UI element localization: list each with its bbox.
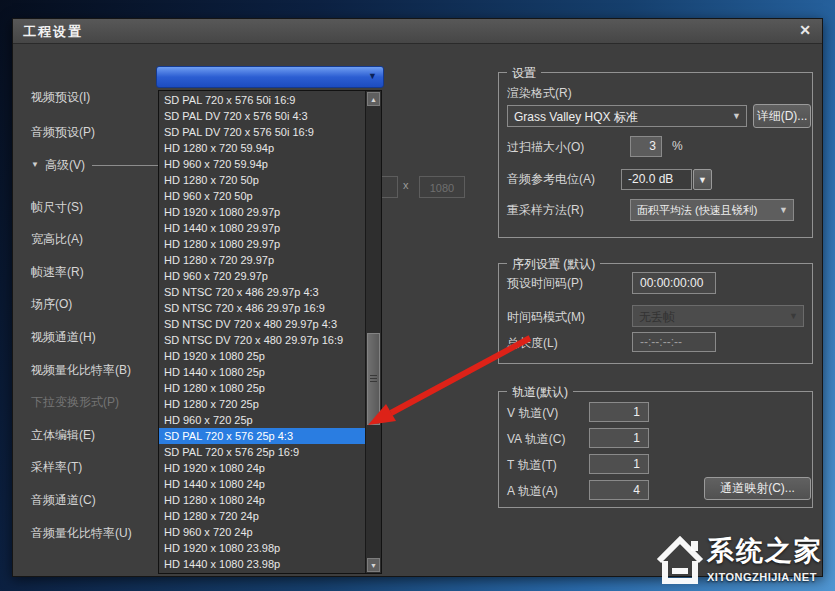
sidebar-item-label: 帧尺寸(S) [31,198,83,216]
track-count-input[interactable]: 1 [589,402,649,422]
sidebar-item: ▼ 立体编辑(E) [31,426,171,444]
preset-option[interactable]: SD PAL 720 x 576 25p 4:3 [159,428,366,444]
preset-option[interactable]: SD NTSC DV 720 x 480 29.97p 4:3 [159,316,366,332]
preset-option[interactable]: HD 1280 x 1080 29.97p [159,236,366,252]
preset-option[interactable]: SD NTSC 720 x 486 29.97p 4:3 [159,284,366,300]
close-icon[interactable]: ✕ [799,22,811,38]
preset-option[interactable]: HD 960 x 720 29.97p [159,268,366,284]
preset-option[interactable]: SD PAL DV 720 x 576 50i 16:9 [159,124,366,140]
overscan-label: 过扫描大小(O) [507,139,584,156]
track-count-input[interactable]: 4 [589,480,649,500]
render-format-combobox[interactable]: Grass Valley HQX 标准 ▼ [507,105,747,127]
timecode-mode-label: 时间码模式(M) [507,309,585,326]
preset-option[interactable]: HD 1440 x 1080 29.97p [159,220,366,236]
preset-option[interactable]: HD 1280 x 720 29.97p [159,252,366,268]
overscan-input[interactable]: 3 [630,136,662,157]
resample-method-value: 面积平均法 (快速且锐利) [631,200,793,218]
sidebar-item-label: 采样率(T) [31,458,82,476]
preset-option[interactable]: HD 960 x 720 24p [159,524,366,540]
sidebar-item: ▼ 视频量化比特率(B) [31,361,171,379]
render-format-label: 渲染格式(R) [507,85,572,102]
resample-method-combobox[interactable]: 面积平均法 (快速且锐利) ▼ [630,199,794,221]
chevron-down-icon: ▼ [789,311,798,321]
chevron-down-icon[interactable]: ▼ [368,71,377,81]
track-row: V 轨道(V) 1 [507,402,807,424]
total-length-label: 总长度(L) [507,335,558,352]
preset-option[interactable]: HD 1920 x 1080 23.98p [159,540,366,556]
render-format-value: Grass Valley HQX 标准 [508,106,746,126]
frame-size-x-label: x [403,179,409,191]
frame-width-field-partial [382,176,398,198]
overscan-unit: % [672,139,683,153]
preset-option[interactable]: SD PAL 720 x 576 25p 16:9 [159,444,366,460]
preset-option[interactable]: HD 1440 x 1080 25p [159,364,366,380]
chevron-down-icon[interactable]: ▼ [693,169,712,190]
sidebar-item-label: 场序(O) [31,295,72,313]
preset-option[interactable]: HD 1280 x 720 25p [159,396,366,412]
track-label: V 轨道(V) [507,405,558,422]
track-group-title: 轨道(默认) [507,384,573,401]
video-preset-combobox[interactable]: ▼ [156,66,384,88]
audio-reference-input[interactable]: -20.0 dB [621,169,692,190]
track-label: VA 轨道(C) [507,431,565,448]
track-row: VA 轨道(C) 1 [507,428,807,450]
preset-option[interactable]: HD 1920 x 1080 25p [159,348,366,364]
sidebar-item-label: 视频通道(H) [31,328,96,346]
sidebar-item: ▼ 高级(V) [31,156,171,174]
preset-option[interactable]: HD 960 x 720 59.94p [159,156,366,172]
sidebar-item: ▼ 场序(O) [31,295,171,313]
detail-button[interactable]: 详细(D)... [753,104,811,128]
track-label: T 轨道(T) [507,457,557,474]
preset-timecode-input[interactable]: 00:00:00:00 [632,272,716,294]
chevron-down-icon[interactable]: ▼ [31,156,39,174]
preset-option[interactable]: HD 960 x 720 25p [159,412,366,428]
preset-option[interactable]: SD PAL 720 x 576 50i 16:9 [159,92,366,108]
scroll-up-icon[interactable]: ▲ [367,92,380,106]
timecode-mode-combobox: 无丢帧 ▼ [632,305,804,327]
preset-option[interactable]: HD 1280 x 720 50p [159,172,366,188]
video-preset-dropdown-list: SD PAL 720 x 576 50i 16:9 SD PAL DV 720 … [158,90,382,574]
sidebar-item: ▼ 帧速率(R) [31,263,171,281]
chevron-down-icon[interactable]: ▼ [779,205,788,215]
sidebar-item-label: 音频量化比特率(U) [31,524,132,542]
sidebar-item: ▼ 音频通道(C) [31,491,171,509]
sidebar-item: ▼ 帧尺寸(S) [31,198,171,216]
preset-option[interactable]: HD 1280 x 720 24p [159,508,366,524]
scroll-down-icon[interactable]: ▼ [367,558,380,572]
watermark-site-url: XITONGZHIJIA.NET [707,571,823,583]
settings-label-column: ▼ 视频预设(I) ▼ 音频预设(P) ▼ 高级(V) ▼ 帧尺寸(S) [31,43,171,576]
scrollbar-thumb[interactable] [367,333,380,425]
preset-option[interactable]: HD 1280 x 1080 24p [159,492,366,508]
preset-option[interactable]: HD 1920 x 1080 24p [159,460,366,476]
preset-option[interactable]: HD 1280 x 720 59.94p [159,140,366,156]
preset-option[interactable]: HD 1440 x 1080 24p [159,476,366,492]
sidebar-item-label: 音频预设(P) [31,123,95,141]
track-count-input[interactable]: 1 [589,428,649,448]
sidebar-item: ▼ 视频通道(H) [31,328,171,346]
watermark: 系统之家 XITONGZHIJIA.NET [655,527,833,589]
preset-option[interactable]: SD PAL DV 720 x 576 50i 4:3 [159,108,366,124]
settings-group-title: 设置 [507,65,541,82]
audio-reference-label: 音频参考电位(A) [507,171,595,188]
track-count-input[interactable]: 1 [589,454,649,474]
title-bar[interactable]: 工程设置 ✕ [13,19,822,44]
preset-option[interactable]: HD 1440 x 1080 23.98p [159,556,366,572]
sidebar-item-label: 下拉变换形式(P) [31,393,119,411]
sidebar-item-label: 高级(V) [45,156,85,174]
sequence-settings-group: 序列设置 (默认) 预设时间码(P) 00:00:00:00 时间码模式(M) … [498,263,813,364]
chevron-down-icon[interactable]: ▼ [732,111,741,121]
preset-option[interactable]: HD 1920 x 1080 29.97p [159,204,366,220]
resample-method-label: 重采样方法(R) [507,202,584,219]
scrollbar-grip [370,375,377,383]
preset-option[interactable]: HD 960 x 720 50p [159,188,366,204]
timecode-mode-value: 无丢帧 [633,306,803,326]
preset-option[interactable]: SD NTSC 720 x 486 29.97p 16:9 [159,300,366,316]
dialog-title: 工程设置 [23,23,83,41]
sidebar-item-label: 视频预设(I) [31,88,90,106]
preset-option[interactable]: HD 1280 x 1080 25p [159,380,366,396]
sidebar-item: ▼ 宽高比(A) [31,230,171,248]
preset-timecode-label: 预设时间码(P) [507,275,583,292]
preset-option[interactable]: SD NTSC DV 720 x 480 29.97p 16:9 [159,332,366,348]
dropdown-scrollbar[interactable]: ▲ ▼ [365,91,381,573]
channel-map-button[interactable]: 通道映射(C)... [704,477,811,500]
